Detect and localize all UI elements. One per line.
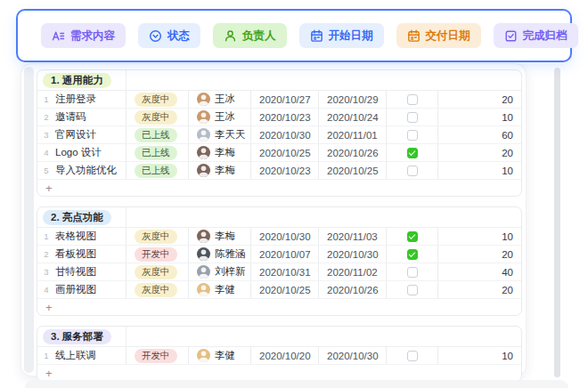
start-date-cell[interactable]: 2020/10/25 xyxy=(251,144,319,161)
start-date-cell[interactable]: 2020/10/20 xyxy=(251,347,319,364)
archive-checkbox[interactable] xyxy=(407,249,418,260)
owner-cell[interactable]: 刘梓新 xyxy=(189,263,251,280)
archive-checkbox[interactable] xyxy=(407,285,418,295)
start-date-cell[interactable]: 2020/10/27 xyxy=(251,91,319,108)
archive-checkbox[interactable] xyxy=(407,130,418,141)
end-date-cell[interactable]: 2020/10/29 xyxy=(319,91,387,108)
status-cell[interactable]: 已上线 xyxy=(127,162,189,179)
days-cell[interactable]: 20 xyxy=(438,144,522,161)
field-chip[interactable]: 负责人 xyxy=(213,23,287,48)
status-cell[interactable]: 灰度中 xyxy=(127,109,189,125)
archive-checkbox[interactable] xyxy=(407,166,418,176)
archive-checkbox[interactable] xyxy=(407,267,418,278)
archive-cell[interactable] xyxy=(387,109,438,125)
archive-checkbox[interactable] xyxy=(407,231,418,242)
requirement-cell[interactable]: 4 画册视图 xyxy=(37,281,127,298)
end-date-cell[interactable]: 2020/10/26 xyxy=(319,281,387,298)
owner-cell[interactable]: 李健 xyxy=(189,347,251,364)
requirement-cell[interactable]: 3 甘特视图 xyxy=(37,263,127,280)
archive-cell[interactable] xyxy=(387,347,438,364)
start-date-cell[interactable]: 2020/10/30 xyxy=(251,228,319,245)
archive-checkbox[interactable] xyxy=(407,351,418,361)
status-cell[interactable]: 灰度中 xyxy=(127,228,189,245)
days-cell[interactable]: 60 xyxy=(438,126,522,143)
status-cell[interactable]: 灰度中 xyxy=(127,91,189,108)
days-cell[interactable]: 10 xyxy=(438,228,522,245)
archive-cell[interactable] xyxy=(387,228,438,245)
requirement-cell[interactable]: 3 官网设计 xyxy=(37,126,127,143)
start-date-cell[interactable]: 2020/10/07 xyxy=(251,246,319,263)
requirement-cell[interactable]: 4 Logo 设计 xyxy=(37,144,127,161)
archive-cell[interactable] xyxy=(387,162,438,179)
field-chip[interactable]: 状态 xyxy=(138,23,200,48)
add-row-button[interactable]: + xyxy=(37,180,521,196)
start-date-cell[interactable]: 2020/10/23 xyxy=(251,109,319,125)
owner-cell[interactable]: 李梅 xyxy=(189,228,251,245)
end-date-cell[interactable]: 2020/10/30 xyxy=(319,347,387,364)
field-chip[interactable]: 完成归档 xyxy=(494,23,578,48)
end-date-cell[interactable]: 2020/11/02 xyxy=(319,263,387,280)
requirement-cell[interactable]: 5 导入功能优化 xyxy=(37,162,127,179)
archive-cell[interactable] xyxy=(387,126,438,143)
add-row-button[interactable]: + xyxy=(37,299,521,315)
owner-cell[interactable]: 李梅 xyxy=(189,162,251,179)
owner-cell[interactable]: 李天天 xyxy=(189,126,251,143)
requirement-cell[interactable]: 2 看板视图 xyxy=(37,246,127,263)
start-date-cell[interactable]: 2020/10/30 xyxy=(251,126,319,143)
avatar xyxy=(197,349,210,362)
archive-checkbox[interactable] xyxy=(407,148,418,158)
archive-cell[interactable] xyxy=(387,246,438,263)
field-chip[interactable]: 开始日期 xyxy=(299,23,384,48)
requirement-cell[interactable]: 1 注册登录 xyxy=(37,91,127,108)
days-cell[interactable]: 20 xyxy=(438,281,522,298)
end-date-cell[interactable]: 2020/11/01 xyxy=(319,126,387,143)
archive-cell[interactable] xyxy=(387,281,438,298)
days-cell[interactable]: 20 xyxy=(438,246,522,263)
end-date-cell[interactable]: 2020/11/03 xyxy=(319,228,387,245)
days-cell[interactable]: 10 xyxy=(438,162,522,179)
days-cell[interactable]: 10 xyxy=(438,347,522,364)
status-badge: 开发中 xyxy=(135,349,177,363)
start-date-cell[interactable]: 2020/10/23 xyxy=(251,162,319,179)
table-row: 3 官网设计 已上线 李天天 2020/10/30 2020/11/01 60 xyxy=(37,126,521,144)
start-date-cell[interactable]: 2020/10/25 xyxy=(251,281,319,298)
requirement-cell[interactable]: 1 表格视图 xyxy=(37,228,127,245)
table-card: 1. 通用能力 1 注册登录 灰度中 王冰 2020/10/27 2020/10… xyxy=(21,64,526,376)
vertical-scrollbar[interactable] xyxy=(554,68,560,377)
requirement-cell[interactable]: 1 线上联调 xyxy=(37,347,127,364)
add-row-button[interactable]: + xyxy=(37,365,521,381)
status-cell[interactable]: 灰度中 xyxy=(127,263,189,280)
group-title-pill[interactable]: 1. 通用能力 xyxy=(43,73,111,88)
status-cell[interactable]: 已上线 xyxy=(127,144,189,161)
owner-cell[interactable]: 王冰 xyxy=(189,109,251,125)
days-cell[interactable]: 40 xyxy=(438,263,522,280)
end-date-cell[interactable]: 2020/10/25 xyxy=(319,162,387,179)
field-chip[interactable]: 交付日期 xyxy=(396,23,481,48)
person-icon xyxy=(224,29,237,43)
days-cell[interactable]: 10 xyxy=(438,109,522,125)
owner-cell[interactable]: 李健 xyxy=(189,281,251,298)
end-date-cell[interactable]: 2020/10/26 xyxy=(319,144,387,161)
archive-checkbox[interactable] xyxy=(407,112,418,123)
field-chip[interactable]: 需求内容 xyxy=(41,23,126,48)
status-cell[interactable]: 灰度中 xyxy=(127,281,189,298)
start-date-cell[interactable]: 2020/10/31 xyxy=(251,263,319,280)
archive-checkbox[interactable] xyxy=(407,94,418,105)
end-date-cell[interactable]: 2020/10/24 xyxy=(319,109,387,125)
owner-cell[interactable]: 李梅 xyxy=(189,144,251,161)
end-date-cell[interactable]: 2020/10/30 xyxy=(319,246,387,263)
archive-cell[interactable] xyxy=(387,144,438,161)
owner-name: 李梅 xyxy=(215,164,235,177)
requirement-cell[interactable]: 2 邀请码 xyxy=(37,109,127,125)
archive-cell[interactable] xyxy=(387,91,438,108)
left-scrollbar[interactable] xyxy=(24,67,34,373)
days-cell[interactable]: 20 xyxy=(438,91,522,108)
status-cell[interactable]: 开发中 xyxy=(127,246,189,263)
archive-cell[interactable] xyxy=(387,263,438,280)
owner-cell[interactable]: 陈雅涵 xyxy=(189,246,251,263)
group-title-pill[interactable]: 2. 亮点功能 xyxy=(43,210,111,225)
status-cell[interactable]: 开发中 xyxy=(127,347,189,364)
owner-cell[interactable]: 王冰 xyxy=(189,91,251,108)
group-title-pill[interactable]: 3. 服务部署 xyxy=(43,329,111,344)
status-cell[interactable]: 已上线 xyxy=(127,126,189,143)
